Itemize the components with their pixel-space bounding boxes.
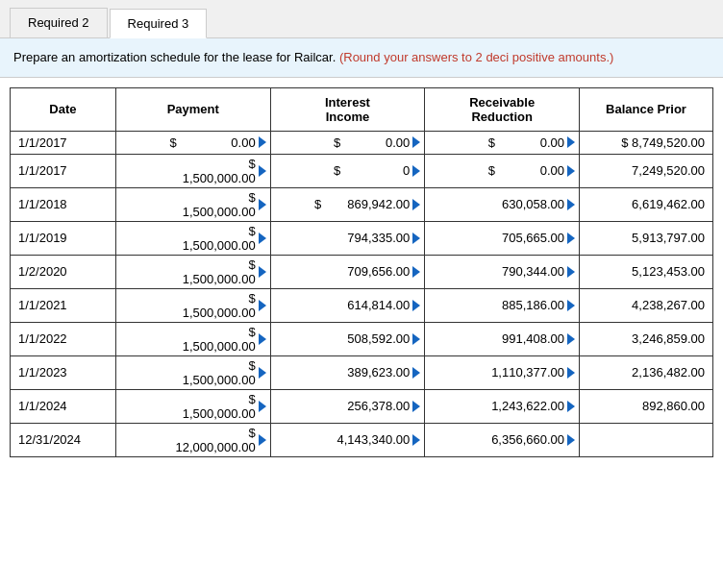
interest-input[interactable] (313, 298, 410, 312)
payment-input[interactable] (160, 440, 256, 454)
cell-balance: 6,619,462.00 (580, 187, 713, 221)
interest-input[interactable] (313, 331, 410, 346)
cell-receivable[interactable] (425, 187, 580, 221)
cell-payment[interactable]: $ (115, 389, 270, 423)
cell-balance: 892,860.00 (580, 389, 713, 423)
col-header-date: Date (11, 87, 116, 131)
interest-input[interactable] (313, 231, 410, 245)
cell-interest[interactable] (270, 288, 425, 322)
instructions-highlight: (Round your answers to 2 deci positive a… (339, 50, 613, 64)
receivable-input[interactable] (468, 432, 564, 447)
cell-payment[interactable]: $ (115, 221, 270, 255)
cell-balance: $ 8,749,520.00 (580, 131, 713, 154)
receivable-input[interactable] (468, 231, 564, 245)
cell-payment[interactable]: $ (115, 355, 270, 389)
cell-interest[interactable]: $ (270, 187, 425, 221)
receivable-input[interactable] (468, 365, 564, 380)
cell-interest[interactable]: $ (270, 131, 425, 154)
table-row: 1/1/2018 $ $ 6,619,462.00 (11, 187, 713, 221)
receivable-input[interactable] (468, 399, 564, 413)
cell-payment[interactable]: $ (115, 288, 270, 322)
cell-balance: 7,249,520.00 (580, 154, 713, 187)
cell-payment[interactable]: $ (115, 255, 270, 288)
payment-input[interactable] (160, 205, 256, 219)
tabs-container: Required 2 Required 3 (0, 0, 723, 38)
cell-balance (580, 423, 713, 456)
cell-balance: 4,238,267.00 (580, 288, 713, 322)
col-header-interest: InterestIncome (270, 87, 425, 131)
payment-input[interactable] (179, 135, 256, 150)
cell-payment[interactable]: $ (115, 423, 270, 456)
receivable-input[interactable] (497, 135, 564, 150)
cell-receivable[interactable] (425, 389, 580, 423)
cell-receivable[interactable] (425, 355, 580, 389)
interest-input[interactable] (313, 399, 410, 413)
table-container: Date Payment InterestIncome ReceivableRe… (0, 78, 723, 467)
receivable-input[interactable] (468, 264, 564, 279)
payment-input[interactable] (160, 171, 256, 185)
instructions-box: Prepare an amortization schedule for the… (0, 38, 723, 78)
payment-input[interactable] (160, 272, 256, 286)
cell-date: 1/1/2017 (11, 131, 116, 154)
interest-input[interactable] (342, 163, 410, 178)
table-row: 1/1/2023 $ 2,136,482.00 (11, 355, 713, 389)
cell-interest[interactable] (270, 255, 425, 288)
table-row: 1/2/2020 $ 5,123,453.00 (11, 255, 713, 288)
payment-input[interactable] (160, 306, 256, 320)
interest-input[interactable] (313, 365, 410, 380)
tab-required-2[interactable]: Required 2 (10, 8, 108, 37)
cell-receivable[interactable] (425, 423, 580, 456)
interest-input[interactable] (323, 197, 410, 211)
cell-receivable[interactable] (425, 255, 580, 288)
cell-payment[interactable]: $ (115, 322, 270, 355)
payment-input[interactable] (160, 373, 256, 387)
cell-balance: 3,246,859.00 (580, 322, 713, 355)
table-row: 1/1/2021 $ 4,238,267.00 (11, 288, 713, 322)
interest-input[interactable] (313, 264, 410, 279)
interest-input[interactable] (313, 432, 410, 447)
dollar-sign: $ (248, 358, 255, 373)
dollar-sign: $ (334, 163, 340, 178)
receivable-input[interactable] (468, 197, 564, 211)
dollar-sign: $ (248, 257, 255, 272)
cell-date: 1/1/2022 (11, 322, 116, 355)
dollar-sign: $ (169, 135, 176, 150)
payment-input[interactable] (160, 406, 256, 421)
interest-input[interactable] (342, 135, 410, 150)
cell-balance: 2,136,482.00 (580, 355, 713, 389)
cell-payment[interactable]: $ (115, 154, 270, 187)
cell-interest[interactable] (270, 389, 425, 423)
tab-required-3[interactable]: Required 3 (110, 9, 208, 38)
dollar-sign: $ (248, 190, 255, 205)
cell-receivable[interactable] (425, 322, 580, 355)
table-row: 1/1/2017 $ $ $ $ 8,749,520.00 (11, 131, 713, 154)
receivable-input[interactable] (468, 331, 564, 346)
cell-payment[interactable]: $ (115, 131, 270, 154)
cell-date: 1/1/2021 (11, 288, 116, 322)
dollar-sign: $ (248, 157, 255, 171)
cell-interest[interactable] (270, 423, 425, 456)
payment-input[interactable] (160, 238, 256, 253)
col-header-payment: Payment (115, 87, 270, 131)
cell-receivable[interactable]: $ (425, 154, 580, 187)
receivable-input[interactable] (497, 163, 564, 178)
cell-interest[interactable] (270, 221, 425, 255)
cell-payment[interactable]: $ (115, 187, 270, 221)
cell-interest[interactable]: $ (270, 154, 425, 187)
dollar-sign: $ (248, 224, 255, 238)
dollar-sign: $ (248, 392, 255, 406)
cell-date: 1/1/2023 (11, 355, 116, 389)
cell-receivable[interactable]: $ (425, 131, 580, 154)
amortization-table: Date Payment InterestIncome ReceivableRe… (10, 87, 713, 457)
cell-date: 1/1/2019 (11, 221, 116, 255)
col-header-receivable: ReceivableReduction (425, 87, 580, 131)
cell-receivable[interactable] (425, 221, 580, 255)
cell-interest[interactable] (270, 355, 425, 389)
cell-balance: 5,123,453.00 (580, 255, 713, 288)
table-row: 12/31/2024 $ (11, 423, 713, 456)
cell-interest[interactable] (270, 322, 425, 355)
payment-input[interactable] (160, 339, 256, 354)
receivable-input[interactable] (468, 298, 564, 312)
cell-receivable[interactable] (425, 288, 580, 322)
dollar-sign: $ (248, 291, 255, 306)
